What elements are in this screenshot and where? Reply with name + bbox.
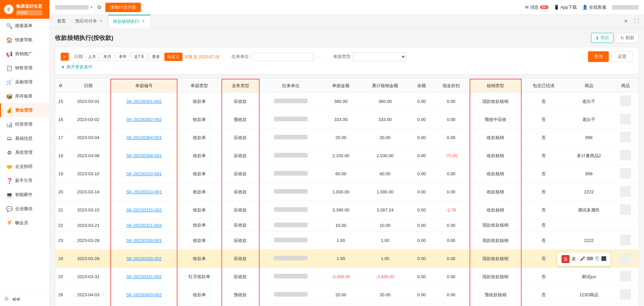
sidebar-item-search[interactable]: 🔍 搜索菜单 [0,19,49,33]
bill-no-link[interactable]: SK-20230315-002 [126,207,162,212]
cell-biz-type: 预收款 [222,286,259,304]
sidebar-item-purchase[interactable]: 🛒 采购管理 [0,75,49,89]
messages-badge: 99+ [540,5,548,9]
fund-icon: 💰 [6,107,12,113]
sidebar-item-fund[interactable]: 💰 资金管理 [0,103,49,117]
logo-badge: 标推版 [16,10,42,15]
cell-verify-type: 收款核销 [470,201,521,219]
bill-no-link[interactable]: SK-20230302-002 [126,117,162,122]
table-row: 18 2023-03-08 SK-20230308-001 收款单 应收款 2,… [55,147,638,165]
sidebar-item-guide[interactable]: ❓ 新手引导 [0,174,49,188]
date-btn-7days[interactable]: 近7天 [131,53,148,61]
tab-receipt-verify[interactable]: 收款核销执行 ✕ [108,15,151,27]
sidebar-item-corp[interactable]: 🤝 企业协同 [0,160,49,174]
filter-settings-button[interactable]: 设置 [611,51,633,62]
date-btn-custom[interactable]: 自定义 [164,53,182,61]
filter-row: » 日期 上月 本月 本年 近7天 更多 自定义 不限 至 2023-07-26… [61,51,633,62]
sidebar-item-member[interactable]: V 畅会员 [0,216,49,230]
tab-ar-payable-close[interactable]: ✕ [99,18,103,24]
col-cash-discount: 现金折扣 [433,79,470,93]
partner-filter-input[interactable] [251,53,313,61]
sidebar-item-hardware[interactable]: 💻 智能硬件 [0,188,49,202]
messages-item[interactable]: ✉ 消息 99+ [525,4,548,10]
cell-bill-no: SK-20230302-002 [111,111,177,129]
cell-cash-discount: 0.00 [433,232,470,250]
cell-balance: 0.00 [410,111,433,129]
cell-biz-type: 应收款 [222,250,259,268]
bill-no-link[interactable]: SK-20230331-002 [126,274,162,279]
sidebar-item-quick-nav[interactable]: 🏠 快捷导航 [0,33,49,47]
cell-goods-img [612,129,638,147]
cell-date: 2023-03-14 [66,183,111,201]
tab-home[interactable]: 首页 [52,15,70,27]
bill-no-link[interactable]: SK-20230403-002 [126,292,162,297]
chevron-down-icon: ▼ [90,5,93,9]
cell-partner [259,286,322,304]
tab-receipt-verify-close[interactable]: ✕ [141,18,146,24]
filter-collapse-button[interactable]: » [61,53,69,61]
bill-no-link[interactable]: SK-20230328-001 [126,238,162,243]
page-title: 收款核销执行(按收款) [55,34,113,42]
tabs-close-all[interactable]: ✕ [621,16,631,26]
bill-no-link[interactable]: SK-20230310-001 [126,171,162,176]
cell-cash-discount: 0.00 [433,304,470,306]
cell-verify-type: 现款收款核销 [470,232,521,250]
sidebar-item-label: 资金管理 [15,107,33,113]
user-name-item[interactable] [612,5,639,10]
bill-no-link[interactable]: SK-20230304-001 [126,135,162,140]
gear-icon[interactable]: ⚙ [95,3,104,12]
sidebar-item-wechat[interactable]: 💬 企业微信 [0,202,49,216]
cell-bill-type: 收款单 [177,183,222,201]
date-btn-this-year[interactable]: 本年 [116,53,130,61]
date-btn-this-month[interactable]: 本月 [100,53,114,61]
sidebar-item-inventory[interactable]: 📦 库存核算 [0,89,49,103]
cell-verify-type: 预收中应收 [470,111,521,129]
query-button[interactable]: 查询 [588,51,609,62]
cell-bill-amount: 100.00 [322,304,360,306]
tabs-expand[interactable]: ⛶ [632,16,641,26]
bill-no-link[interactable]: SK-20230301-002 [126,99,162,104]
bill-no-link[interactable]: SK-20230321-003 [126,223,162,228]
cell-include-settled: 否 [521,286,565,304]
sidebar-item-basic[interactable]: 🗂 基础信息 [0,131,49,145]
col-settings[interactable]: ⚙ [55,79,66,93]
tab-ar-payable[interactable]: 预应对付单 ✕ [70,15,108,27]
messages-label: 消息 [530,4,539,10]
sidebar-item-operation[interactable]: 📊 经营管理 [0,117,49,131]
module-select[interactable]: ▼ [55,5,93,10]
bill-no-link[interactable]: SK-20230328-002 [126,256,162,261]
cell-bill-amount: 60.00 [322,165,360,183]
cell-biz-type: 应收款 [222,232,259,250]
cell-goods-img [612,147,638,165]
bill-no-link[interactable]: SK-20230314-001 [126,189,162,194]
cell-no: 26 [55,286,66,304]
cell-goods-img [612,304,638,306]
cell-bill-no: SK-20230314-001 [111,183,177,201]
export-button[interactable]: ⬆ 导出 [591,33,613,43]
sidebar-item-label: 采购管理 [15,79,33,85]
cell-partner [259,93,322,111]
settings-footer-icon[interactable]: ⚙ [4,296,9,302]
sidebar-item-marketing[interactable]: 📢 营销推广 [0,47,49,61]
sidebar-item-system[interactable]: ⚙ 系统管理 [0,145,49,160]
cell-bill-no: SK-20230403-002 [111,286,177,304]
app-download-item[interactable]: 📱 App下载 [554,4,577,10]
cell-verify-type: 现款收款核销 [470,93,521,111]
export-icon: ⬆ [595,36,599,41]
date-btn-more[interactable]: 更多 [149,53,163,61]
goods-thumbnail [620,271,631,282]
cell-no: 15 [55,93,66,111]
filter-expand-btn[interactable]: ▼ 展开更多条件 [61,64,633,70]
cell-goods-img [612,232,638,250]
bill-no-link[interactable]: SK-20230308-001 [126,153,162,158]
collapse-icon[interactable]: ◀◀ [11,296,19,302]
sidebar-item-sales[interactable]: 📋 销售管理 [0,61,49,75]
refresh-button[interactable]: ↻ 刷新 [616,33,639,43]
solution-button[interactable]: 体验行业方案 [105,3,141,12]
online-service-label: 在线客服 [589,4,606,10]
bill-type-filter-select[interactable] [353,52,406,61]
online-service-item[interactable]: 👤 在线客服 [582,4,606,10]
goods-thumbnail [620,168,631,179]
cell-bill-no: SK-20230304-001 [111,129,177,147]
date-btn-last-month[interactable]: 上月 [85,53,99,61]
